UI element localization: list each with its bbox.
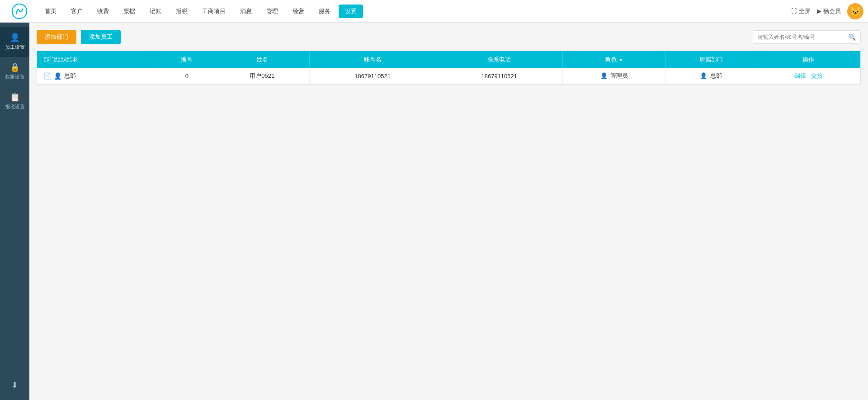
dept-icon: 👤 [700, 72, 707, 79]
tree-panel: 部门组织结构 📄 👤 总部 [37, 51, 159, 84]
sidebar-item-permissions[interactable]: 🔒 权限设置 [0, 57, 29, 87]
nav-item-home[interactable]: 首页 [38, 5, 63, 18]
cell-name: 用户0521 [215, 68, 309, 84]
role-user-icon: 👤 [600, 72, 608, 79]
table-wrapper: 部门组织结构 📄 👤 总部 编号 姓名 账号名 联系电话 [37, 51, 861, 85]
nav-item-invoice[interactable]: 票据 [117, 5, 142, 18]
cell-action: 编辑 交接 [756, 68, 860, 84]
nav-item-settings[interactable]: 设置 [339, 5, 363, 18]
nav-right: ⛶ 全屏 ▶ 畅会员 🐱 [791, 3, 863, 19]
add-employee-button[interactable]: 添加员工 [81, 30, 121, 44]
sidebar-bottom: ⬇ [0, 375, 29, 400]
col-account: 账号名 [309, 51, 436, 68]
left-sidebar: 👤 员工设置 🔒 权限设置 📋 报税设置 ⬇ [0, 23, 29, 400]
search-input[interactable] [753, 31, 844, 43]
avatar[interactable]: 🐱 [847, 3, 863, 19]
right-table: 编号 姓名 账号名 联系电话 角色 ▼ 所属部门 操作 [159, 51, 860, 84]
col-id: 编号 [159, 51, 215, 68]
main-layout: 👤 员工设置 🔒 权限设置 📋 报税设置 ⬇ 添加部门 添加员工 🔍 [0, 23, 868, 400]
cell-account: 18679110521 [309, 68, 436, 84]
logo [5, 3, 34, 19]
lock-icon: 🔒 [10, 63, 20, 71]
role-col-label: 角色 [605, 56, 617, 64]
employee-icon: 👤 [10, 33, 20, 42]
fullscreen-label: 全屏 [799, 7, 811, 15]
nav-item-tax[interactable]: 报税 [170, 5, 194, 18]
col-phone: 联系电话 [436, 51, 562, 68]
dept-value: 总部 [710, 72, 722, 79]
member-label: 畅会员 [823, 7, 841, 15]
tree-item-label: 总部 [64, 72, 76, 80]
sidebar-permissions-label: 权限设置 [5, 74, 25, 80]
cell-id: 0 [159, 68, 215, 84]
dept-user-icon: 👤 [54, 72, 61, 80]
transfer-link[interactable]: 交接 [811, 72, 823, 79]
filter-icon[interactable]: ▼ [618, 57, 623, 62]
sidebar-tax-label: 报税设置 [5, 104, 25, 110]
col-role[interactable]: 角色 ▼ [562, 51, 665, 68]
nav-item-service[interactable]: 服务 [312, 5, 337, 18]
download-icon: ⬇ [11, 381, 18, 389]
action-bar: 添加部门 添加员工 🔍 [37, 30, 861, 44]
nav-item-manage[interactable]: 管理 [260, 5, 284, 18]
search-box: 🔍 [753, 30, 861, 44]
fullscreen-button[interactable]: ⛶ 全屏 [791, 7, 811, 15]
content-area: 添加部门 添加员工 🔍 部门组织结构 📄 👤 总部 [29, 23, 868, 400]
role-value: 管理员 [610, 72, 628, 79]
fullscreen-icon: ⛶ [791, 8, 797, 14]
member-button[interactable]: ▶ 畅会员 [817, 7, 841, 15]
col-action: 操作 [756, 51, 860, 68]
nav-item-fee[interactable]: 收费 [91, 5, 115, 18]
nav-item-accounting[interactable]: 记账 [143, 5, 168, 18]
nav-item-message[interactable]: 消息 [234, 5, 258, 18]
play-icon: ▶ [817, 8, 821, 14]
cell-phone: 18679110521 [436, 68, 562, 84]
col-name: 姓名 [215, 51, 309, 68]
col-dept: 所属部门 [665, 51, 756, 68]
tree-header: 部门组织结构 [37, 51, 159, 68]
cell-dept: 👤 总部 [665, 68, 756, 84]
top-nav: 首页 客户 收费 票据 记账 报税 工商项目 消息 管理 经营 服务 设置 ⛶ … [0, 0, 868, 23]
nav-items: 首页 客户 收费 票据 记账 报税 工商项目 消息 管理 经营 服务 设置 [38, 5, 791, 18]
nav-item-operation[interactable]: 经营 [286, 5, 311, 18]
tree-item-general[interactable]: 📄 👤 总部 [37, 68, 159, 84]
folder-icon: 📄 [43, 72, 51, 80]
sidebar-item-employee[interactable]: 👤 员工设置 [0, 27, 29, 57]
nav-item-business[interactable]: 工商项目 [196, 5, 232, 18]
sidebar-item-tax-settings[interactable]: 📋 报税设置 [0, 87, 29, 117]
table-header-row: 编号 姓名 账号名 联系电话 角色 ▼ 所属部门 操作 [159, 51, 860, 68]
sidebar-item-download[interactable]: ⬇ [0, 375, 29, 395]
sidebar-employee-label: 员工设置 [5, 44, 25, 51]
nav-item-customer[interactable]: 客户 [65, 5, 89, 18]
table-row: 0 用户0521 18679110521 18679110521 👤 管理员 👤… [159, 68, 860, 84]
add-dept-button[interactable]: 添加部门 [37, 30, 76, 44]
employee-table: 编号 姓名 账号名 联系电话 角色 ▼ 所属部门 操作 [159, 51, 860, 84]
edit-link[interactable]: 编辑 [794, 72, 806, 79]
search-button[interactable]: 🔍 [844, 31, 860, 43]
cell-role: 👤 管理员 [562, 68, 665, 84]
tax-icon: 📋 [10, 93, 20, 101]
